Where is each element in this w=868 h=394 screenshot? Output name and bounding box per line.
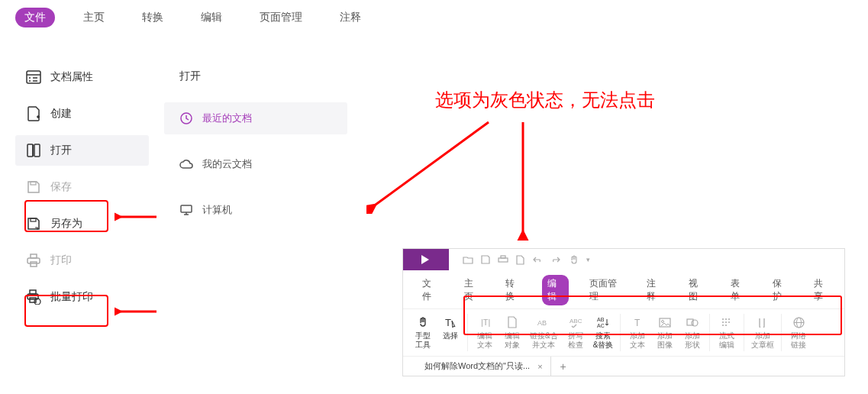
edit-text-icon: |T| [478,315,492,329]
qat-open-icon[interactable] [463,255,473,264]
qat-doc-icon[interactable] [516,255,524,265]
qat-undo-icon[interactable] [532,256,543,263]
svg-text:T: T [634,318,641,328]
print-icon [26,253,41,268]
open-recent-label: 最近的文档 [202,111,252,125]
file-properties[interactable]: 文档属性 [15,62,149,92]
batch-print-icon [26,289,41,305]
mini-tab-share[interactable]: 共享 [808,275,835,305]
ribbon-select[interactable]: T 选择 [437,314,464,351]
svg-rect-9 [34,144,40,157]
ribbon-select-label: 选择 [443,331,458,341]
qat-print-icon[interactable] [498,255,508,264]
file-save-as[interactable]: 另存为 [15,208,149,239]
qat-dropdown-icon[interactable]: ▾ [586,256,590,263]
svg-rect-8 [27,144,33,157]
save-icon [26,179,41,195]
mini-tab-pages[interactable]: 页面管理 [584,275,626,305]
flow-icon [720,315,734,329]
svg-text:AB: AB [597,317,605,322]
close-tab-icon[interactable]: × [537,362,542,371]
tab-comment[interactable]: 注释 [331,8,370,27]
ribbon-flow-edit: 流式 编辑 [713,314,741,351]
file-open-label: 打开 [50,144,72,157]
svg-point-38 [662,320,664,322]
create-icon [26,106,41,121]
open-title: 打开 [164,62,347,102]
open-cloud-label: 我的云文档 [202,157,252,171]
ribbon-search[interactable]: ABAC 搜索 &替换 [589,314,618,351]
mini-ribbon: 手型 工具 T 选择 |T| 编辑 文本 编辑 对象 AB 链接&合 并文本 A… [403,309,844,356]
mini-app-window: ▾ 文件 主页 转换 编辑 页面管理 注释 视图 表单 保护 共享 手型 工具 … [402,248,845,376]
mini-tab-edit[interactable]: 编辑 [542,275,569,305]
add-text-icon: T [631,315,644,329]
mini-tab-file[interactable]: 文件 [417,275,444,305]
new-tab-button[interactable]: + [551,360,576,373]
add-image-icon [658,315,672,329]
file-create-label: 创建 [50,107,72,121]
document-tab[interactable]: 如何解除Word文档的"只读... × [417,357,551,376]
ribbon-spell-label: 拼写 检查 [568,331,583,350]
ribbon-edit-object: 编辑 对象 [499,314,526,351]
file-open[interactable]: 打开 [15,135,149,166]
tab-pages[interactable]: 页面管理 [250,8,311,27]
ribbon-web-link: 网络 链接 [785,314,812,351]
tab-edit[interactable]: 编辑 [192,8,231,27]
svg-text:AC: AC [597,323,605,328]
ribbon-edit-text: |T| 编辑 文本 [471,314,499,351]
ribbon-link-merge: AB 链接&合 并文本 [526,314,562,351]
qat-save-icon[interactable] [481,255,490,264]
qat-redo-icon[interactable] [550,256,561,263]
mini-tab-view[interactable]: 视图 [683,275,710,305]
open-recent[interactable]: 最近的文档 [164,102,347,134]
open-icon [26,143,41,158]
ribbon-add-shape: 添加 形状 [679,314,706,351]
file-save-as-label: 另存为 [50,217,82,231]
svg-text:T: T [445,317,451,328]
properties-icon [26,69,41,85]
mini-tab-protect[interactable]: 保护 [767,275,794,305]
select-icon: T [444,315,457,329]
svg-rect-15 [31,262,37,266]
mini-tab-form[interactable]: 表单 [725,275,752,305]
mini-tab-comment[interactable]: 注释 [641,275,668,305]
svg-rect-29 [501,256,505,258]
ribbon-flow-label: 流式 编辑 [719,331,734,350]
open-computer-label: 计算机 [202,203,232,217]
ribbon-spell: ABC 拼写 检查 [562,314,589,351]
annotation: 选项为灰色状态，无法点击 [435,88,655,112]
tab-home[interactable]: 主页 [74,8,114,27]
svg-rect-13 [27,258,40,263]
tab-file[interactable]: 文件 [15,8,55,27]
clock-icon [179,111,193,125]
tab-convert[interactable]: 转换 [133,8,173,27]
top-tab-bar: 文件 主页 转换 编辑 页面管理 注释 [15,4,374,39]
arrow-annotation-left [366,115,496,214]
ribbon-add-image: 添加 图像 [651,314,679,351]
svg-point-2 [29,77,31,79]
ribbon-add-text-label: 添加 文本 [630,331,645,350]
file-create[interactable]: 创建 [15,98,149,129]
open-cloud[interactable]: 我的云文档 [164,148,347,180]
ribbon-hand-tool[interactable]: 手型 工具 [409,314,437,351]
file-batch-print[interactable]: 批量打印 [15,282,149,312]
document-tab-title: 如何解除Word文档的"只读... [424,360,530,372]
svg-point-40 [692,320,698,326]
spell-icon: ABC [569,315,582,329]
svg-text:ABC: ABC [570,318,582,325]
svg-rect-21 [181,205,192,212]
file-batch-print-label: 批量打印 [50,290,93,304]
svg-rect-14 [31,254,37,258]
mini-tab-home[interactable]: 主页 [459,275,486,305]
qat-hand-icon[interactable] [569,255,579,265]
mini-tab-convert[interactable]: 转换 [500,275,527,305]
svg-line-26 [376,122,489,205]
svg-rect-17 [30,290,36,294]
ribbon-hand-label: 手型 工具 [415,331,431,350]
edit-object-icon [505,315,519,329]
add-shape-icon [686,315,699,329]
open-computer[interactable]: 计算机 [164,194,347,226]
quick-access-toolbar: ▾ [449,255,590,265]
file-properties-label: 文档属性 [50,70,93,84]
link-merge-icon: AB [537,315,550,329]
